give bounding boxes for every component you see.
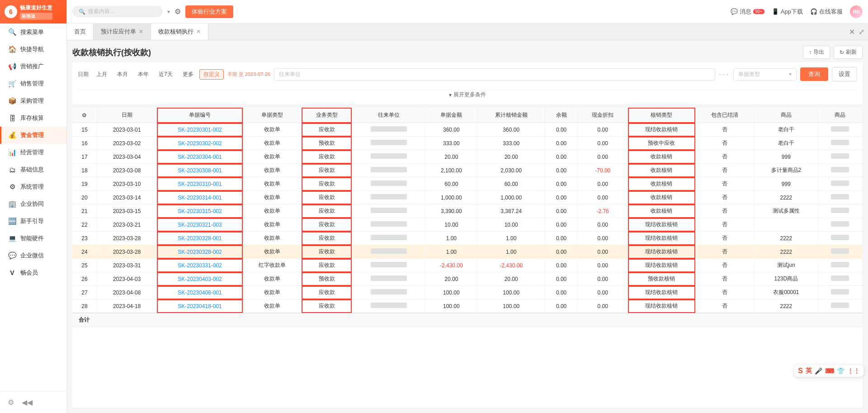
- table-body: 15 2023-03-01 SK-20230301-002 收款单 应收款 36…: [72, 123, 863, 327]
- type-filter[interactable]: 单据类型 ▾: [733, 68, 797, 81]
- topbar-app[interactable]: 📱 App下载: [772, 8, 803, 16]
- code-link[interactable]: SK-20230304-001: [178, 154, 222, 160]
- sidebar-item-member[interactable]: V 畅会员: [0, 264, 66, 281]
- th-accum: 累计核销金额: [477, 108, 545, 123]
- cell-cancel-type: 现结收款核销: [628, 299, 695, 313]
- code-link[interactable]: SK-20230301-002: [178, 127, 222, 133]
- cell-accum: 333.00: [477, 137, 545, 150]
- topbar-chevron[interactable]: ▾: [167, 9, 170, 15]
- shirt-float-icon[interactable]: 👕: [837, 367, 844, 375]
- cell-discount: 0.00: [578, 218, 628, 232]
- sidebar-item-guide[interactable]: 🆕 新手引导: [0, 213, 66, 230]
- date-btn-custom[interactable]: 自定义: [199, 69, 224, 80]
- cell-no: 20: [72, 191, 97, 204]
- code-link[interactable]: SK-20230321-003: [178, 222, 222, 228]
- sidebar-item-corp[interactable]: 🏢 企业协同: [0, 195, 66, 213]
- tab-collection[interactable]: 收款核销执行 ✕: [151, 24, 208, 40]
- unit-filter[interactable]: 往来单位: [274, 68, 715, 81]
- cell-goods1: [754, 218, 818, 232]
- keyboard-float-icon[interactable]: ⌨: [825, 367, 834, 375]
- cell-discount: 0.00: [578, 137, 628, 150]
- cell-accum: 2,030.00: [477, 164, 545, 177]
- cell-biz-type: 应收款: [302, 232, 352, 245]
- cell-include: 否: [695, 272, 754, 286]
- cell-balance: 0.00: [545, 286, 577, 299]
- date-btn-7days[interactable]: 近7天: [155, 69, 177, 80]
- tabs-close-all[interactable]: ✕: [849, 28, 855, 36]
- cell-goods1: 衣服00001: [754, 286, 818, 299]
- mic-float-icon[interactable]: 🎤: [815, 367, 822, 375]
- tab-collection-close[interactable]: ✕: [196, 28, 201, 35]
- cell-type: 收款单: [243, 272, 302, 286]
- tabs-expand[interactable]: ⤢: [859, 28, 864, 36]
- sidebar-item-system[interactable]: ⚙ 系统管理: [0, 178, 66, 195]
- tab-prepay-close[interactable]: ✕: [139, 28, 143, 35]
- tab-home-label: 首页: [74, 28, 86, 36]
- grid-float-icon[interactable]: ⋮⋮: [847, 367, 860, 375]
- sidebar-item-sales[interactable]: 🛒 销售管理: [0, 75, 66, 92]
- sidebar-item-hardware[interactable]: 💻 智能硬件: [0, 230, 66, 247]
- topbar-search-box[interactable]: 🔍 搜索内容...: [72, 6, 163, 17]
- sidebar-item-label: 搜索菜单: [20, 28, 44, 36]
- filter-dots[interactable]: ···: [719, 70, 730, 79]
- sidebar-item-search[interactable]: 🔍 搜索菜单: [0, 24, 66, 41]
- code-link[interactable]: SK-20230328-001: [178, 235, 222, 242]
- date-btn-last-month[interactable]: 上月: [92, 69, 111, 80]
- code-link[interactable]: SK-20230408-001: [178, 290, 222, 296]
- date-btn-this-year[interactable]: 本年: [134, 69, 153, 80]
- cell-unit: [352, 204, 425, 218]
- code-link[interactable]: SK-20230302-002: [178, 140, 222, 147]
- code-link[interactable]: SK-20230418-001: [178, 303, 222, 309]
- sidebar-item-basic[interactable]: 🗂 基础信息: [0, 161, 66, 178]
- cell-no: 16: [72, 137, 97, 150]
- table-row: 23 2023-03-28 SK-20230328-001 收款单 应收款 1.…: [72, 232, 863, 245]
- expand-more-btn[interactable]: ▾ 展开更多条件: [78, 90, 857, 100]
- sidebar-item-finance[interactable]: 💰 资金管理: [0, 127, 66, 144]
- code-link[interactable]: SK-20230314-001: [178, 195, 222, 201]
- export-btn[interactable]: ↑ 导出: [803, 46, 830, 59]
- th-date: 日期: [97, 108, 156, 123]
- sidebar-item-purchase[interactable]: 📦 采购管理: [0, 92, 66, 109]
- cell-type: 收款单: [243, 164, 302, 177]
- topbar-service[interactable]: 🎧 在线客服: [810, 8, 843, 16]
- sidebar-item-wechat[interactable]: 💬 企业微信: [0, 247, 66, 264]
- code-link[interactable]: SK-20230331-002: [178, 262, 222, 269]
- th-settings[interactable]: ⚙: [72, 108, 97, 123]
- tab-home[interactable]: 首页: [67, 24, 94, 40]
- page-title: 收款核销执行(按收款): [72, 47, 151, 58]
- code-link[interactable]: SK-20230308-001: [178, 167, 222, 174]
- cell-balance: 0.00: [545, 177, 577, 191]
- cell-no: 26: [72, 272, 97, 286]
- sidebar-item-quicknav[interactable]: 🏠 快捷导航: [0, 41, 66, 58]
- date-btn-this-month[interactable]: 本月: [113, 69, 132, 80]
- cell-unit: [352, 191, 425, 204]
- s-logo-widget[interactable]: S 英 🎤 ⌨ 👕 ⋮⋮: [794, 365, 863, 377]
- date-range-display: 不限 至 2023-07-26: [227, 71, 270, 78]
- industry-btn[interactable]: 体验行业方案: [185, 5, 233, 18]
- hardware-icon: 💻: [8, 234, 17, 242]
- code-link[interactable]: SK-20230328-002: [178, 249, 222, 255]
- collapse-icon[interactable]: ◀◀: [21, 396, 33, 408]
- setting-btn[interactable]: 设置: [832, 67, 857, 81]
- sidebar-item-label: 快捷导航: [20, 45, 44, 53]
- topbar-setting-icon[interactable]: ⚙: [175, 7, 181, 16]
- cell-cancel-type: 现结收款核销: [628, 123, 695, 137]
- settings-bottom-icon[interactable]: ⚙: [5, 396, 17, 408]
- refresh-btn[interactable]: ↻ 刷新: [834, 46, 863, 59]
- topbar-user[interactable]: Rit: [850, 5, 863, 18]
- code-link[interactable]: SK-20230315-002: [178, 208, 222, 214]
- date-btn-more[interactable]: 更多: [179, 69, 198, 80]
- topbar-message[interactable]: 💬 消息 99+: [731, 8, 764, 16]
- cell-biz-type: 应收款: [302, 245, 352, 259]
- cell-unit: [352, 286, 425, 299]
- cell-biz-type: 应收款: [302, 164, 352, 177]
- cell-balance: 0.00: [545, 137, 577, 150]
- query-btn[interactable]: 查询: [800, 67, 828, 81]
- sidebar-item-operation[interactable]: 📊 经营管理: [0, 144, 66, 161]
- code-link[interactable]: SK-20230310-001: [178, 181, 222, 187]
- tab-prepay[interactable]: 预计应应付单 ✕: [94, 24, 151, 40]
- sidebar-item-marketing[interactable]: 📢 营销推广: [0, 58, 66, 75]
- code-link[interactable]: SK-20230403-002: [178, 276, 222, 282]
- sidebar-item-inventory[interactable]: 🗄 库存核算: [0, 109, 66, 127]
- cell-date: 2023-03-15: [97, 204, 156, 218]
